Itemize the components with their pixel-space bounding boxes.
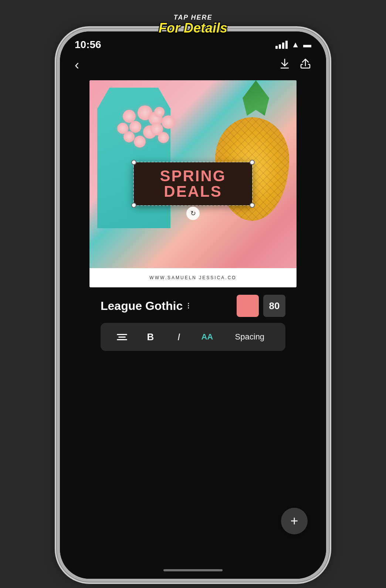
font-right-controls: 80 xyxy=(237,295,285,317)
color-swatch[interactable] xyxy=(237,295,259,317)
align-line-1 xyxy=(117,334,127,335)
spring-deals-text: SPRING DEALS xyxy=(160,167,226,200)
bold-button[interactable]: B xyxy=(136,327,165,347)
bold-icon: B xyxy=(147,331,154,343)
design-canvas[interactable]: SPRING DEALS ↻ WWW.SAMUELN JESSICA.CO xyxy=(89,80,297,287)
status-icons: ▲ ▬ xyxy=(275,40,311,50)
signal-bars-icon xyxy=(275,41,288,49)
handle-br[interactable] xyxy=(250,203,255,208)
home-indicator xyxy=(163,569,223,571)
download-button[interactable] xyxy=(279,58,291,72)
format-toolbar: B I AA Spacing xyxy=(101,323,285,351)
italic-icon: I xyxy=(177,331,180,343)
font-name-label: League Gothic xyxy=(101,299,183,313)
aa-button[interactable]: AA xyxy=(193,327,221,347)
phone-screen: 10:56 ▲ ▬ ‹ xyxy=(60,31,326,579)
website-text: WWW.SAMUELN JESSICA.CO xyxy=(149,275,236,280)
bottom-controls: League Gothic ⁝ 80 xyxy=(89,287,297,355)
handle-tl[interactable] xyxy=(131,160,136,165)
font-size-box[interactable]: 80 xyxy=(263,295,285,317)
battery-icon: ▬ xyxy=(303,40,311,50)
canvas-background: SPRING DEALS ↻ xyxy=(89,80,297,287)
spacing-label: Spacing xyxy=(235,332,265,342)
signal-bar-2 xyxy=(279,44,281,49)
share-button[interactable] xyxy=(299,58,311,72)
font-dropdown-arrow[interactable]: ⁝ xyxy=(187,301,190,311)
back-button[interactable]: ‹ xyxy=(75,57,79,73)
tap-banner[interactable]: TAP HERE For Details xyxy=(159,14,227,35)
fab-icon: + xyxy=(290,513,298,529)
canvas-footer: WWW.SAMUELN JESSICA.CO xyxy=(89,268,297,287)
top-nav: ‹ xyxy=(60,54,326,77)
signal-bar-1 xyxy=(275,46,278,49)
align-icon xyxy=(117,334,127,340)
canvas-area: SPRING DEALS ↻ WWW.SAMUELN JESSICA.CO Le… xyxy=(60,77,326,579)
align-line-3 xyxy=(117,339,127,340)
align-button[interactable] xyxy=(108,327,136,347)
signal-bar-3 xyxy=(282,43,284,49)
status-time: 10:56 xyxy=(75,39,101,51)
wifi-icon: ▲ xyxy=(291,40,299,50)
phone-wrapper: TAP HERE For Details 10:56 ▲ ▬ xyxy=(49,9,337,579)
italic-button[interactable]: I xyxy=(165,327,193,347)
flowers-image xyxy=(119,102,186,162)
handle-bl[interactable] xyxy=(131,203,136,208)
pineapple-image xyxy=(215,80,289,236)
fab-button[interactable]: + xyxy=(281,508,308,534)
spacing-button[interactable]: Spacing xyxy=(221,327,278,347)
rotate-icon[interactable]: ↻ xyxy=(186,207,200,220)
font-row: League Gothic ⁝ 80 xyxy=(101,295,285,317)
spring-deals-banner[interactable]: SPRING DEALS ↻ xyxy=(134,162,252,205)
signal-bar-4 xyxy=(285,41,288,49)
phone-frame: 10:56 ▲ ▬ ‹ xyxy=(60,31,326,579)
handle-tr[interactable] xyxy=(250,160,255,165)
align-line-2 xyxy=(118,337,126,338)
aa-icon: AA xyxy=(201,332,213,342)
font-selector[interactable]: League Gothic ⁝ xyxy=(101,299,190,313)
for-details-text: For Details xyxy=(159,21,227,35)
nav-right-icons xyxy=(279,58,311,72)
